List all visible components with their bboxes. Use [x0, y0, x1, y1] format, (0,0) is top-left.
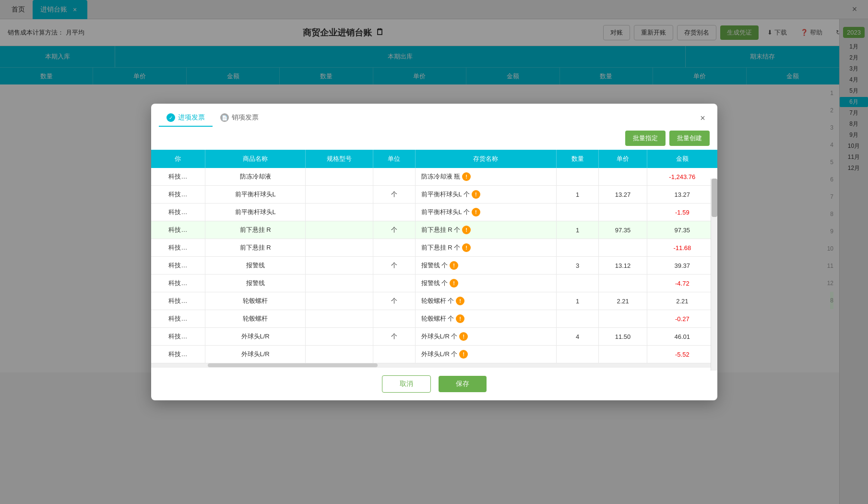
table-cell: 报警线 个!	[415, 257, 557, 275]
table-cell	[599, 168, 647, 186]
invoice-modal: ✓ 进项发票 📄 销项发票 × 批量指定 批量创建 你	[151, 104, 717, 400]
col-header-unit: 单位	[373, 150, 415, 168]
table-cell: -11.68	[647, 239, 717, 257]
table-cell: 外球头L/R 个!	[415, 346, 557, 363]
col-header-supplier: 你	[151, 150, 205, 168]
table-cell: 科技…	[151, 239, 205, 257]
table-cell: 个	[373, 186, 415, 204]
table-cell: -5.52	[647, 346, 717, 363]
scrollbar-thumb	[208, 363, 378, 367]
table-cell: 前下悬挂 R 个!	[415, 221, 557, 239]
vertical-scrollbar[interactable]	[711, 179, 717, 371]
table-cell: 个	[373, 292, 415, 310]
table-cell	[305, 239, 373, 257]
table-cell: 97.35	[647, 221, 717, 239]
tab-outgoing-invoice[interactable]: 📄 销项发票	[213, 109, 266, 127]
table-cell	[305, 292, 373, 310]
table-cell	[599, 204, 647, 221]
table-cell: 4	[557, 328, 599, 346]
table-row[interactable]: 科技…报警线个报警线 个!313.1239.37	[151, 257, 717, 275]
table-cell	[599, 239, 647, 257]
table-cell: 轮毂螺杆 个!	[415, 292, 557, 310]
table-cell	[557, 275, 599, 292]
col-header-unit-price: 单价	[599, 150, 647, 168]
table-cell: 外球头L/R	[205, 328, 306, 346]
cancel-button[interactable]: 取消	[382, 375, 431, 393]
table-cell: 前下悬挂 R	[205, 239, 306, 257]
warning-icon: !	[459, 332, 468, 341]
save-button[interactable]: 保存	[439, 376, 487, 392]
table-cell: 报警线	[205, 257, 306, 275]
table-row[interactable]: 科技…防冻冷却液防冻冷却液 瓶!-1,243.76	[151, 168, 717, 186]
table-cell: 11.50	[599, 328, 647, 346]
table-cell: 科技…	[151, 204, 205, 221]
table-cell: 前平衡杆球头L 个!	[415, 204, 557, 221]
table-row[interactable]: 科技…前下悬挂 R个前下悬挂 R 个!197.3597.35	[151, 221, 717, 239]
table-cell	[599, 346, 647, 363]
invoice-table-container[interactable]: 你 商品名称 规格型号 单位 存货名称 数量 单价 金额 科技…防冻冷却液防冻冷…	[151, 150, 717, 363]
table-row[interactable]: 科技…前下悬挂 R前下悬挂 R 个!-11.68	[151, 239, 717, 257]
table-cell: 前下悬挂 R 个!	[415, 239, 557, 257]
table-row[interactable]: 科技…轮毂螺杆个轮毂螺杆 个!12.212.21	[151, 292, 717, 310]
warning-icon: !	[456, 297, 464, 305]
table-cell: 科技…	[151, 292, 205, 310]
table-cell: 科技…	[151, 328, 205, 346]
table-cell: 报警线 个!	[415, 275, 557, 292]
table-cell	[305, 204, 373, 221]
col-header-inventory-name: 存货名称	[415, 150, 557, 168]
table-cell: -1,243.76	[647, 168, 717, 186]
col-header-amount: 金额	[647, 150, 717, 168]
table-row[interactable]: 科技…报警线报警线 个!-4.72	[151, 275, 717, 292]
table-cell: 前下悬挂 R	[205, 221, 306, 239]
vscroll-thumb	[712, 179, 717, 217]
table-cell: 外球头L/R	[205, 346, 306, 363]
warning-icon: !	[472, 190, 480, 199]
table-cell: 2.21	[599, 292, 647, 310]
warning-icon: !	[472, 208, 480, 216]
table-cell: 科技…	[151, 186, 205, 204]
table-cell: 3	[557, 257, 599, 275]
col-header-product-name: 商品名称	[205, 150, 306, 168]
table-cell	[305, 346, 373, 363]
table-cell: 46.01	[647, 328, 717, 346]
table-cell: 轮毂螺杆	[205, 310, 306, 328]
modal-close-button[interactable]: ×	[696, 111, 710, 125]
table-cell	[305, 168, 373, 186]
table-cell	[305, 328, 373, 346]
table-row[interactable]: 科技…前平衡杆球头L前平衡杆球头L 个!-1.59	[151, 204, 717, 221]
table-cell	[373, 204, 415, 221]
table-cell: 39.37	[647, 257, 717, 275]
table-row[interactable]: 科技…外球头L/R个外球头L/R 个!411.5046.01	[151, 328, 717, 346]
table-cell: -0.27	[647, 310, 717, 328]
table-cell	[557, 168, 599, 186]
table-cell: 前平衡杆球头L	[205, 204, 306, 221]
incoming-invoice-icon: ✓	[166, 113, 175, 122]
warning-icon: !	[450, 261, 458, 270]
modal-tab-bar: ✓ 进项发票 📄 销项发票 ×	[151, 104, 717, 127]
horizontal-scrollbar[interactable]	[151, 363, 717, 367]
table-cell	[373, 168, 415, 186]
tab-incoming-invoice[interactable]: ✓ 进项发票	[159, 109, 213, 127]
table-cell: 科技…	[151, 346, 205, 363]
table-cell: 轮毂螺杆	[205, 292, 306, 310]
table-row[interactable]: 科技…外球头L/R外球头L/R 个!-5.52	[151, 346, 717, 363]
table-cell: 科技…	[151, 275, 205, 292]
tab-outgoing-label: 销项发票	[232, 113, 259, 122]
table-cell	[305, 186, 373, 204]
batch-create-button[interactable]: 批量创建	[669, 131, 710, 146]
modal-footer: 取消 保存	[151, 367, 717, 400]
table-row[interactable]: 科技…前平衡杆球头L个前平衡杆球头L 个!113.2713.27	[151, 186, 717, 204]
tab-incoming-label: 进项发票	[178, 113, 205, 122]
table-cell: 科技…	[151, 257, 205, 275]
app-background: 首页 进销台账 × × 销售成本计算方法： 月平均 商贸企业进销台账 🗒 对账 …	[0, 0, 868, 504]
table-cell	[373, 275, 415, 292]
table-cell	[305, 257, 373, 275]
table-cell: 防冻冷却液	[205, 168, 306, 186]
batch-assign-button[interactable]: 批量指定	[625, 131, 666, 146]
table-cell: 13.12	[599, 257, 647, 275]
modal-action-toolbar: 批量指定 批量创建	[151, 127, 717, 150]
table-row[interactable]: 科技…轮毂螺杆轮毂螺杆 个!-0.27	[151, 310, 717, 328]
table-cell	[557, 310, 599, 328]
warning-icon: !	[462, 243, 471, 252]
table-cell: 科技…	[151, 221, 205, 239]
